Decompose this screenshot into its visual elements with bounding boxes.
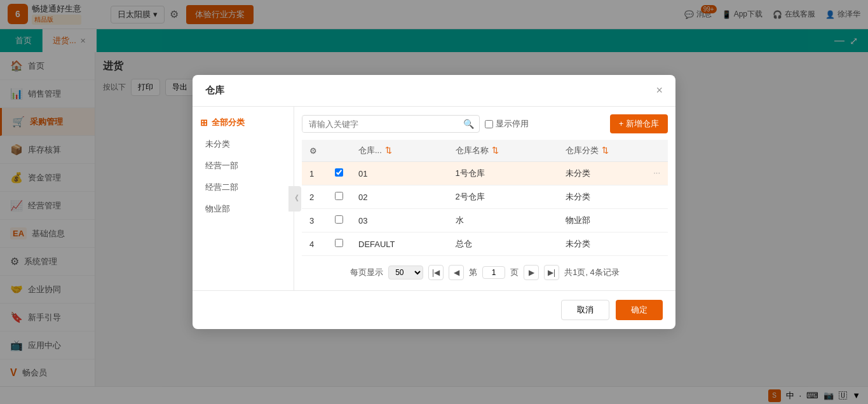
table-header-row: ⚙ 仓库... ⇅ 仓库名称 ⇅ 仓库分类 ⇅: [302, 140, 668, 162]
col-name: 仓库名称 ⇅: [448, 140, 558, 162]
next-page-button[interactable]: ▶: [524, 265, 539, 280]
modal-header: 仓库 ×: [193, 75, 675, 107]
table-row[interactable]: 3 03 水 物业部: [302, 209, 668, 232]
page-label: 第: [469, 267, 477, 278]
cell-code: DEFAULT: [351, 232, 448, 256]
category-ops1[interactable]: 经营一部: [193, 155, 294, 177]
search-input[interactable]: [302, 116, 458, 132]
cell-category: 未分类: [558, 185, 668, 209]
show-disabled-text: 显示停用: [496, 118, 529, 130]
cell-index: 1: [302, 162, 327, 185]
cell-category: 物业部: [558, 209, 668, 232]
category-all[interactable]: ⊞ 全部分类: [193, 112, 294, 133]
cell-code: 03: [351, 209, 448, 232]
cell-name: 水: [448, 209, 558, 232]
cell-checkbox[interactable]: [327, 162, 351, 185]
search-input-wrap: 🔍: [302, 115, 480, 133]
cell-code: 01: [351, 162, 448, 185]
pagination: 每页显示 50 100 200 |◀ ◀ 第 页 ▶ ▶| 共1页, 4条记录: [302, 256, 668, 283]
warehouse-table: ⚙ 仓库... ⇅ 仓库名称 ⇅ 仓库分类 ⇅ 1 01 1号仓库 未分类 ··…: [302, 140, 668, 256]
last-page-button[interactable]: ▶|: [544, 265, 559, 280]
table-toolbar: 🔍 显示停用 + 新增仓库: [302, 114, 668, 133]
search-button[interactable]: 🔍: [458, 116, 479, 132]
table-row[interactable]: 1 01 1号仓库 未分类 ···: [302, 162, 668, 185]
cell-checkbox[interactable]: [327, 209, 351, 232]
modal-title: 仓库: [205, 84, 224, 97]
category-all-label: 全部分类: [212, 117, 245, 128]
category-property[interactable]: 物业部: [193, 198, 294, 220]
cell-checkbox[interactable]: [327, 232, 351, 256]
cell-index: 3: [302, 209, 327, 232]
show-disabled-label[interactable]: 显示停用: [485, 118, 529, 130]
col-checkbox: [327, 140, 351, 162]
col-settings: ⚙: [302, 140, 327, 162]
modal-body: ⊞ 全部分类 未分类 经营一部 经营二部 物业部 《 🔍: [193, 107, 675, 290]
cell-index: 2: [302, 185, 327, 209]
new-warehouse-button[interactable]: + 新增仓库: [610, 114, 668, 133]
category-label: 经营二部: [205, 182, 238, 192]
category-unclassified[interactable]: 未分类: [193, 133, 294, 155]
cell-code: 02: [351, 185, 448, 209]
table-row[interactable]: 2 02 2号仓库 未分类: [302, 185, 668, 209]
prev-page-button[interactable]: ◀: [449, 265, 464, 280]
category-label: 经营一部: [205, 161, 238, 170]
col-code: 仓库... ⇅: [351, 140, 448, 162]
table-area: 🔍 显示停用 + 新增仓库 ⚙ 仓库... ⇅ 仓库名称 ⇅ 仓库分类 ⇅: [294, 107, 675, 290]
cancel-button[interactable]: 取消: [561, 300, 609, 320]
per-page-select[interactable]: 50 100 200: [388, 266, 423, 279]
confirm-button[interactable]: 确定: [616, 300, 663, 320]
category-sidebar: ⊞ 全部分类 未分类 经营一部 经营二部 物业部 《: [193, 107, 294, 290]
show-disabled-checkbox[interactable]: [485, 120, 493, 128]
cell-category: 未分类: [558, 232, 668, 256]
page-unit-label: 页: [510, 267, 519, 278]
category-ops2[interactable]: 经营二部: [193, 177, 294, 198]
page-number-input[interactable]: [482, 266, 505, 279]
cell-name: 总仓: [448, 232, 558, 256]
grid-icon: ⊞: [200, 118, 208, 128]
category-collapse-button[interactable]: 《: [288, 186, 301, 212]
cell-name: 2号仓库: [448, 185, 558, 209]
table-row[interactable]: 4 DEFAULT 总仓 未分类: [302, 232, 668, 256]
cell-category: 未分类 ···: [558, 162, 668, 185]
cell-index: 4: [302, 232, 327, 256]
category-label: 未分类: [205, 139, 230, 149]
total-info: 共1页, 4条记录: [564, 267, 620, 278]
modal-close-button[interactable]: ×: [656, 84, 663, 97]
modal-footer: 取消 确定: [193, 290, 675, 329]
category-label: 物业部: [205, 204, 230, 213]
warehouse-modal: 仓库 × ⊞ 全部分类 未分类 经营一部 经营二部 物业部 《: [193, 75, 675, 329]
col-category: 仓库分类 ⇅: [558, 140, 668, 162]
cell-name: 1号仓库: [448, 162, 558, 185]
cell-checkbox[interactable]: [327, 185, 351, 209]
first-page-button[interactable]: |◀: [428, 265, 444, 280]
per-page-label: 每页显示: [350, 267, 383, 278]
